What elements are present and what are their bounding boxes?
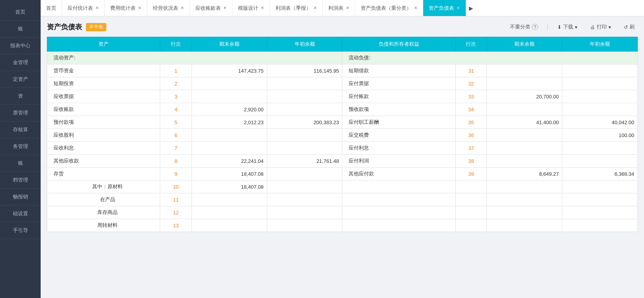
tab-balance-reclassify[interactable]: 资产负债表（重分类） ✕ xyxy=(355,0,423,16)
table-row[interactable]: 其中：原材料 10 18,407.08 xyxy=(47,180,638,193)
cell-left-period[interactable] xyxy=(191,193,267,206)
cell-left-period[interactable] xyxy=(191,142,267,155)
sidebar-item-guide[interactable]: 手引导 xyxy=(0,222,41,239)
cell-right-period[interactable]: 41,400.00 xyxy=(487,116,562,129)
sidebar-item-fund-mgmt[interactable]: 金管理 xyxy=(0,54,41,71)
tab-close-operations[interactable]: ✕ xyxy=(181,5,184,11)
cell-right-item: 应交税费 xyxy=(342,129,455,142)
table-row[interactable]: 存货 9 18,407.08 其他应付款 39 8,649.27 6,366.3… xyxy=(47,168,638,180)
cell-left-period[interactable]: 2,920.00 xyxy=(191,103,267,116)
cell-left-year xyxy=(267,103,342,116)
print-dropdown-icon[interactable]: ▾ xyxy=(608,24,611,30)
table-row[interactable]: 在产品 11 xyxy=(47,193,638,206)
cell-right-period[interactable] xyxy=(487,103,562,116)
cell-right-period[interactable] xyxy=(487,219,562,232)
no-reclassify-btn[interactable]: 不重分类 ? xyxy=(507,22,541,32)
tab-close-profit[interactable]: ✕ xyxy=(346,5,349,11)
cell-right-period[interactable] xyxy=(487,193,562,206)
cell-left-year xyxy=(267,180,342,193)
cell-left-period[interactable] xyxy=(191,206,267,219)
sidebar-item-archive-mgmt[interactable]: 档管理 xyxy=(0,172,41,189)
tab-profit-quarterly[interactable]: 利润表（季报） ✕ xyxy=(270,0,323,16)
cell-right-year xyxy=(562,155,638,168)
cell-left-period[interactable]: 18,407.08 xyxy=(191,180,267,193)
cell-right-year xyxy=(562,193,638,206)
toolbar-right: 不重分类 ? ⬇ 下载 ▾ 🖨 打印 ▾ ↺ 刷 xyxy=(507,22,638,32)
cell-right-row: 37 xyxy=(455,142,487,155)
sidebar-item-tax-mgmt[interactable]: 务管理 xyxy=(0,138,41,155)
cell-right-period[interactable] xyxy=(487,64,562,77)
tab-template-design[interactable]: 模版设计 ✕ xyxy=(233,0,270,16)
download-btn[interactable]: ⬇ 下载 ▾ xyxy=(554,22,581,32)
table-row[interactable]: 货币资金 1 147,423.75 116,145.95 短期借款 31 xyxy=(47,64,638,77)
cell-left-item: 应收股利 xyxy=(47,129,160,142)
sidebar-item-fixed-assets[interactable]: 定资产 xyxy=(0,71,41,88)
cell-right-period[interactable] xyxy=(487,206,562,219)
tab-close-balance-reclassify[interactable]: ✕ xyxy=(414,5,417,11)
tab-close-template-design[interactable]: ✕ xyxy=(261,5,264,11)
table-row[interactable]: 应收利息 7 应付利息 37 xyxy=(47,142,638,155)
tab-close-profit-quarterly[interactable]: ✕ xyxy=(313,5,317,11)
table-row[interactable]: 应收账款 4 2,920.00 预收款项 34 xyxy=(47,103,638,116)
tab-close-receivable-aging[interactable]: ✕ xyxy=(223,5,227,11)
cell-left-period[interactable] xyxy=(191,90,267,103)
tab-receivable-aging[interactable]: 应收账龄表 ✕ xyxy=(190,0,233,16)
sidebar-item-home[interactable]: 首页 xyxy=(0,4,41,21)
sidebar-item-report-center[interactable]: 报表中心 xyxy=(0,37,41,54)
sidebar-item-basic-settings[interactable]: 础设置 xyxy=(0,205,41,222)
table-row[interactable]: 流动资产: 流动负债: xyxy=(47,52,638,64)
cell-left-period[interactable] xyxy=(191,129,267,142)
sidebar-item-expense[interactable]: 畅报销 xyxy=(0,189,41,205)
th-period-end: 期末余额 xyxy=(191,37,267,52)
cell-right-row xyxy=(455,206,487,219)
cell-left-item: 存货 xyxy=(47,168,160,180)
cell-left-year xyxy=(267,77,342,90)
table-row[interactable]: 库存商品 12 xyxy=(47,206,638,219)
sidebar-item-account[interactable]: 账 xyxy=(0,21,41,37)
cell-left-year xyxy=(267,206,342,219)
tab-close-balance[interactable]: ✕ xyxy=(456,5,460,11)
cell-right-period[interactable] xyxy=(487,155,562,168)
cell-right-period[interactable]: 8,649.27 xyxy=(487,168,562,180)
cell-right-period[interactable] xyxy=(487,142,562,155)
tab-expense-stats[interactable]: 费用统计表 ✕ xyxy=(105,0,147,16)
table-row[interactable]: 应收票据 3 应付账款 33 20,700.00 xyxy=(47,90,638,103)
tab-scroll-right[interactable]: ▶ xyxy=(466,0,476,16)
sidebar-item-inventory[interactable]: 存核算 xyxy=(0,121,41,138)
tab-operations[interactable]: 经营状况表 ✕ xyxy=(147,0,190,16)
tab-balance[interactable]: 资产负债表 ✕ xyxy=(423,0,466,16)
table-row[interactable]: 短期投资 2 应付票据 32 xyxy=(47,77,638,90)
table-row[interactable]: 周转材料 13 xyxy=(47,219,638,232)
cell-left-period[interactable]: 2,012.23 xyxy=(191,116,267,129)
print-btn[interactable]: 🖨 打印 ▾ xyxy=(587,22,614,32)
tab-profit[interactable]: 利润表 ✕ xyxy=(323,0,355,16)
sidebar-item-ledger[interactable]: 账 xyxy=(0,155,41,172)
cell-left-year: 116,145.95 xyxy=(267,64,342,77)
tab-close-expense-stats[interactable]: ✕ xyxy=(138,5,141,11)
cell-right-period[interactable] xyxy=(487,129,562,142)
table-row[interactable]: 应收股利 6 应交税费 36 100.00 xyxy=(47,129,638,142)
help-icon[interactable]: ? xyxy=(532,24,538,30)
sidebar-item-capital[interactable]: 资 xyxy=(0,88,41,105)
cell-left-period[interactable]: 147,423.75 xyxy=(191,64,267,77)
refresh-btn[interactable]: ↺ 刷 xyxy=(621,22,638,32)
cell-right-period[interactable]: 20,700.00 xyxy=(487,90,562,103)
cell-left-period[interactable] xyxy=(191,219,267,232)
cell-right-period[interactable] xyxy=(487,180,562,193)
cell-left-period[interactable] xyxy=(191,77,267,90)
cell-left-period[interactable]: 18,407.08 xyxy=(191,168,267,180)
toolbar-divider-1 xyxy=(547,24,548,30)
cell-left-period[interactable]: 22,241.04 xyxy=(191,155,267,168)
cell-left-year xyxy=(267,193,342,206)
tab-home[interactable]: 首页 xyxy=(41,0,62,16)
sidebar-item-ticket-mgmt[interactable]: 票管理 xyxy=(0,105,41,121)
download-dropdown-icon[interactable]: ▾ xyxy=(575,24,578,30)
cell-right-row xyxy=(455,180,487,193)
tab-payable-stats[interactable]: 应付统计表 ✕ xyxy=(62,0,105,16)
cell-right-row: 33 xyxy=(455,90,487,103)
tab-close-payable-stats[interactable]: ✕ xyxy=(95,5,99,11)
cell-left-year xyxy=(267,219,342,232)
cell-right-period[interactable] xyxy=(487,77,562,90)
table-row[interactable]: 其他应收款 8 22,241.04 21,761.48 应付利润 38 xyxy=(47,155,638,168)
table-row[interactable]: 预付款项 5 2,012.23 200,383.23 应付职工薪酬 35 41,… xyxy=(47,116,638,129)
